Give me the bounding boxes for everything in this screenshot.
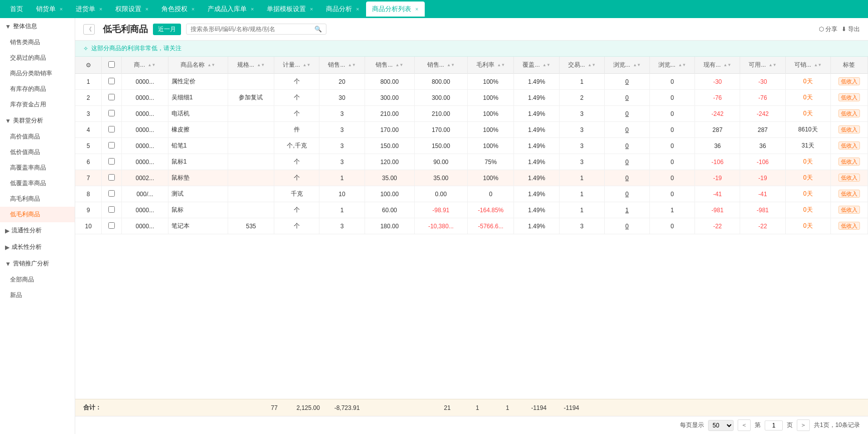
row-checkbox[interactable] xyxy=(108,174,115,181)
sidebar-item-low-value[interactable]: 低价值商品 xyxy=(0,144,75,160)
close-purchase-icon[interactable]: × xyxy=(99,6,102,12)
sidebar-item-all-goods[interactable]: 全部商品 xyxy=(0,272,75,287)
col-settings[interactable]: ⚙ xyxy=(75,57,102,74)
col-checkbox[interactable] xyxy=(102,57,122,74)
nav-role[interactable]: 角色授权 × xyxy=(155,2,201,17)
sidebar-item-high-margin[interactable]: 高毛利商品 xyxy=(0,191,75,207)
sidebar-item-low-margin[interactable]: 低毛利商品 xyxy=(0,207,75,222)
cell-views1[interactable]: 0 xyxy=(604,138,649,154)
nav-sales[interactable]: 销货单 × xyxy=(30,2,69,17)
col-coverage[interactable]: 覆盖... ▲▼ xyxy=(514,57,559,74)
row-checkbox[interactable] xyxy=(108,158,115,165)
nav-product-analysis[interactable]: 商品分析 × xyxy=(320,2,365,17)
sidebar-collapse-button[interactable]: 《 xyxy=(83,24,95,35)
sidebar-item-capital[interactable]: 库存资金占用 xyxy=(0,97,75,112)
nav-home[interactable]: 首页 xyxy=(4,2,29,17)
sidebar-item-sales-goods[interactable]: 销售类商品 xyxy=(0,35,75,50)
cell-checkbox[interactable] xyxy=(102,218,122,234)
close-sales-icon[interactable]: × xyxy=(60,6,63,12)
col-code[interactable]: 商... ▲▼ xyxy=(122,57,168,74)
sidebar-group-meiquntang[interactable]: ▼ 美群堂分析 xyxy=(0,112,75,129)
cell-views1[interactable]: 0 xyxy=(604,74,649,90)
next-page-button[interactable]: ＞ xyxy=(797,419,810,431)
cell-checkbox[interactable] xyxy=(102,202,122,218)
cell-transactions: 3 xyxy=(559,122,604,138)
cell-checkbox[interactable] xyxy=(102,138,122,154)
close-template-icon[interactable]: × xyxy=(310,6,313,12)
row-checkbox[interactable] xyxy=(108,126,115,132)
row-checkbox[interactable] xyxy=(108,78,115,84)
cell-views1[interactable]: 0 xyxy=(604,106,649,122)
cell-views1[interactable]: 0 xyxy=(604,122,649,138)
col-sales-qty[interactable]: 销售... ▲▼ xyxy=(319,57,365,74)
cell-views1[interactable]: 0 xyxy=(604,90,649,106)
col-spec[interactable]: 规格... ▲▼ xyxy=(228,57,274,74)
export-button[interactable]: ⬇ 导出 xyxy=(841,25,860,34)
close-product-analysis-icon[interactable]: × xyxy=(356,6,359,12)
row-checkbox[interactable] xyxy=(108,142,115,149)
nav-permission[interactable]: 权限设置 × xyxy=(109,2,154,17)
nav-product-analysis-list[interactable]: 商品分析列表 × xyxy=(366,2,424,17)
col-transactions[interactable]: 交易... ▲▼ xyxy=(559,57,604,74)
col-unit[interactable]: 计量... ▲▼ xyxy=(274,57,319,74)
col-sales-price[interactable]: 销售... ▲▼ xyxy=(365,57,414,74)
nav-purchase[interactable]: 进货单 × xyxy=(70,2,108,17)
share-button[interactable]: ⬡ 分享 xyxy=(819,25,837,34)
sidebar-item-new-goods[interactable]: 新品 xyxy=(0,287,75,303)
cell-views1[interactable]: 0 xyxy=(604,218,649,234)
cell-checkbox[interactable] xyxy=(102,90,122,106)
page-input[interactable] xyxy=(765,420,783,430)
col-name[interactable]: 商品名称 ▲▼ xyxy=(168,57,228,74)
cell-checkbox[interactable] xyxy=(102,74,122,90)
row-checkbox[interactable] xyxy=(108,206,115,213)
cell-views2: 0 xyxy=(650,90,695,106)
cell-checkbox[interactable] xyxy=(102,122,122,138)
cell-views1[interactable]: 0 xyxy=(604,170,649,186)
cell-checkbox[interactable] xyxy=(102,154,122,170)
col-current-stock[interactable]: 现有... ▲▼ xyxy=(695,57,740,74)
sidebar-item-high-value[interactable]: 高价值商品 xyxy=(0,129,75,144)
cell-checkbox[interactable] xyxy=(102,106,122,122)
sidebar-group-marketing[interactable]: ▼ 营销推广分析 xyxy=(0,255,75,272)
sidebar-item-high-coverage[interactable]: 高覆盖率商品 xyxy=(0,160,75,176)
close-permission-icon[interactable]: × xyxy=(145,6,148,12)
cell-views1[interactable]: 1 xyxy=(604,202,649,218)
cell-views1[interactable]: 0 xyxy=(604,186,649,202)
sidebar-group-liquidity[interactable]: ▶ 流通性分析 xyxy=(0,222,75,239)
table-row: 8 000/... 测试 千克 10 100.00 0.00 0 1.49% 1… xyxy=(75,186,868,202)
search-input[interactable] xyxy=(191,26,314,33)
close-product-entry-icon[interactable]: × xyxy=(251,6,254,12)
sidebar-group-growth[interactable]: ▶ 成长性分析 xyxy=(0,239,75,255)
search-icon[interactable]: 🔍 xyxy=(314,26,322,33)
prev-page-button[interactable]: ＜ xyxy=(738,419,751,431)
select-all-checkbox[interactable] xyxy=(108,61,115,68)
col-available-stock[interactable]: 可用... ▲▼ xyxy=(740,57,785,74)
col-tag[interactable]: 标签 xyxy=(830,57,867,74)
row-checkbox[interactable] xyxy=(108,110,115,116)
top-navigation: 首页 销货单 × 进货单 × 权限设置 × 角色授权 × 产成品入库单 × 单据… xyxy=(0,0,868,18)
footer-views1: 1 xyxy=(462,404,492,411)
sidebar-group-overall[interactable]: ▼ 整体信息 xyxy=(0,18,75,35)
col-views2[interactable]: 浏览... ▲▼ xyxy=(650,57,695,74)
close-product-analysis-list-icon[interactable]: × xyxy=(415,6,418,12)
nav-product-entry[interactable]: 产成品入库单 × xyxy=(202,2,260,17)
nav-template[interactable]: 单据模板设置 × xyxy=(261,2,319,17)
row-checkbox[interactable] xyxy=(108,190,115,197)
sidebar-item-traded-goods[interactable]: 交易过的商品 xyxy=(0,50,75,66)
sidebar-item-in-stock-goods[interactable]: 有库存的商品 xyxy=(0,81,75,97)
cell-checkbox[interactable] xyxy=(102,170,122,186)
col-gross-margin[interactable]: 毛利率 ▲▼ xyxy=(467,57,514,74)
col-sellable-days[interactable]: 可销... ▲▼ xyxy=(785,57,830,74)
col-sales-amount[interactable]: 销售... ▲▼ xyxy=(414,57,467,74)
close-role-icon[interactable]: × xyxy=(192,6,195,12)
time-filter-button[interactable]: 近一月 xyxy=(153,24,181,35)
col-views1[interactable]: 浏览... ▲▼ xyxy=(604,57,649,74)
sidebar-item-category-rate[interactable]: 商品分类助销率 xyxy=(0,66,75,81)
row-checkbox[interactable] xyxy=(108,222,115,229)
cell-checkbox[interactable] xyxy=(102,186,122,202)
row-checkbox[interactable] xyxy=(108,94,115,100)
sidebar-item-low-coverage[interactable]: 低覆盖率商品 xyxy=(0,176,75,191)
cell-unit: 个,千克 xyxy=(274,138,319,154)
per-page-select[interactable]: 50 100 200 xyxy=(708,420,734,431)
cell-views1[interactable]: 0 xyxy=(604,154,649,170)
